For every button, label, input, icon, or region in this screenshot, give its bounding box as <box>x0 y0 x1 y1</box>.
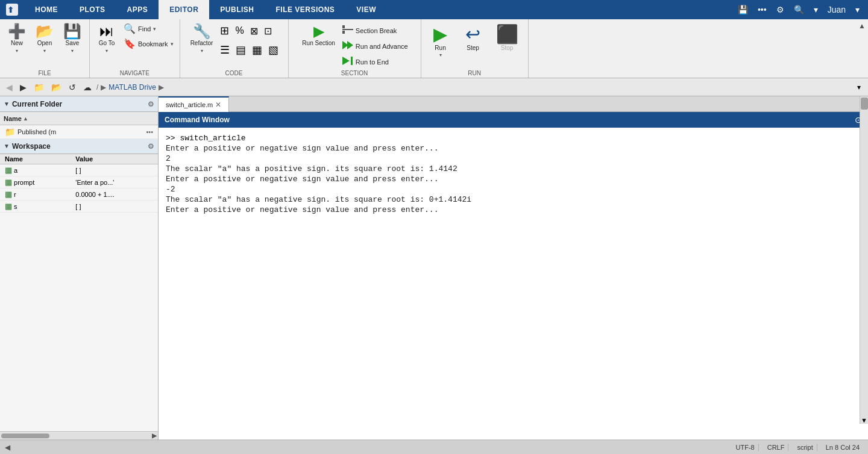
address-dropdown[interactable]: ▾ <box>854 82 864 93</box>
matlab-drive-link[interactable]: MATLAB Drive <box>108 83 156 92</box>
navigate-col: 🔍 Find ▾ 🔖 Bookmark ▾ <box>121 22 176 51</box>
section-break-icon <box>342 25 353 36</box>
run-section-button[interactable]: ▶ Run Section <box>298 22 338 49</box>
folder-col-name-label[interactable]: Name ▲ <box>4 115 28 122</box>
current-folder-header: ▼ Current Folder ⚙ <box>0 96 158 112</box>
code-icon3: ⊡ <box>264 25 272 37</box>
var-name-a: a <box>14 167 17 174</box>
svg-text:⬆: ⬆ <box>7 5 14 14</box>
navigate-group-label: NAVIGATE <box>120 69 149 76</box>
file-group-label: FILE <box>38 69 51 76</box>
table-row[interactable]: ▦ s [ ] <box>0 201 158 213</box>
current-folder-collapse[interactable]: ▼ <box>4 101 10 107</box>
tab-editor[interactable]: EDITOR <box>159 0 209 19</box>
run-arrow[interactable]: ▾ <box>439 52 442 58</box>
var-name-s: s <box>14 203 17 210</box>
search-icon[interactable]: 🔍 <box>790 4 808 16</box>
stop-button[interactable]: ⬛ Stop <box>490 22 524 55</box>
step-button[interactable]: ↩ Step <box>458 22 489 55</box>
percent-button[interactable]: % <box>233 23 246 39</box>
ribbon-expand-icon[interactable]: ▲ <box>858 22 866 30</box>
run-icon: ▶ <box>433 25 447 43</box>
code-btn2[interactable]: ⊠ <box>248 23 260 39</box>
ribbon-run-group: ▶ Run ▾ ↩ Step ⬛ Stop RUN <box>421 19 529 78</box>
table-row[interactable]: ▦ a [ ] <box>0 164 158 176</box>
forward-button[interactable]: ▶ <box>17 81 29 93</box>
more-icon[interactable]: ••• <box>754 4 770 16</box>
workspace-collapse[interactable]: ▼ <box>4 143 10 149</box>
back-button[interactable]: ◀ <box>4 81 15 93</box>
right-area: switch_article.m ✕ ≡ Command Window ⊙ >>… <box>159 96 868 440</box>
table-row[interactable]: ▦ prompt 'Enter a po...' <box>0 176 158 188</box>
run-button[interactable]: ▶ Run ▾ <box>425 22 456 61</box>
addr-sep1: / <box>96 83 98 92</box>
var-name-r: r <box>14 191 16 198</box>
refresh-button[interactable]: ↺ <box>66 81 78 93</box>
workspace-config-icon[interactable]: ⚙ <box>148 142 154 151</box>
dropdown-icon[interactable]: ▾ <box>810 4 822 16</box>
save-button[interactable]: 💾 Save ▾ <box>59 22 86 56</box>
current-folder-config-icon[interactable]: ⚙ <box>148 100 154 108</box>
vscroll-thumb[interactable] <box>861 98 868 110</box>
cmd-content[interactable]: >> switch_article Enter a positive or ne… <box>159 128 868 440</box>
open-arrow[interactable]: ▾ <box>43 48 46 54</box>
goto-button[interactable]: ⏭ Go To ▾ <box>93 22 120 56</box>
cmd-title: Command Window <box>165 116 855 124</box>
code-btn6[interactable]: ▧ <box>266 42 281 58</box>
up-button[interactable]: 📁 <box>31 81 46 93</box>
open-button[interactable]: 📂 Open ▾ <box>31 22 58 56</box>
goto-arrow[interactable]: ▾ <box>105 48 108 54</box>
status-scroll-left[interactable]: ◀ <box>5 443 10 452</box>
run-and-advance-button[interactable]: Run and Advance <box>340 40 410 53</box>
command-window: Command Window ⊙ >> switch_article Enter… <box>159 112 868 440</box>
ribbon-run-items: ▶ Run ▾ ↩ Step ⬛ Stop <box>425 22 524 69</box>
run-to-end-icon <box>342 57 353 67</box>
refactor-button[interactable]: 🔧 Refactor ▾ <box>187 22 217 56</box>
tab-publish[interactable]: PUBLISH <box>209 0 265 19</box>
tab-home[interactable]: HOME <box>24 0 69 19</box>
browse-button[interactable]: 📂 <box>49 81 64 93</box>
run-group-label: RUN <box>468 69 481 76</box>
folder-menu-icon[interactable]: ••• <box>146 128 153 135</box>
smartindent-button[interactable]: ☰ <box>218 42 232 58</box>
settings-icon[interactable]: ⚙ <box>773 4 788 16</box>
new-arrow[interactable]: ▾ <box>16 48 18 54</box>
step-icon: ↩ <box>465 25 480 43</box>
vertical-scrollbar[interactable]: ▼ <box>860 96 868 424</box>
menu-bar: ⬆ HOME PLOTS APPS EDITOR PUBLISH FILE VE… <box>0 0 868 19</box>
tab-file-versions[interactable]: FILE VERSIONS <box>265 0 346 19</box>
section-break-button[interactable]: Section Break <box>340 24 410 37</box>
code-btn3[interactable]: ⊡ <box>262 23 274 39</box>
ribbon-section-items: ▶ Run Section Section Break <box>298 22 410 69</box>
refactor-arrow[interactable]: ▾ <box>201 48 203 54</box>
editor-tab-switch-article[interactable]: switch_article.m ✕ <box>159 96 229 112</box>
ribbon-code-items: 🔧 Refactor ▾ ⊞ % ⊠ ⊡ <box>187 22 281 69</box>
save-arrow[interactable]: ▾ <box>71 48 74 54</box>
var-value-r: 0.0000 + 1.... <box>71 188 158 201</box>
ribbon-expand[interactable]: ▲ <box>856 19 868 78</box>
tab-close-icon[interactable]: ✕ <box>215 101 221 109</box>
scrollbar-thumb[interactable] <box>1 434 49 438</box>
tab-view[interactable]: VIEW <box>345 0 387 19</box>
save-quick-icon[interactable]: 💾 <box>734 4 752 16</box>
table-row[interactable]: ▦ r 0.0000 + 1.... <box>0 188 158 201</box>
left-scrollbar[interactable]: ▶ <box>0 431 158 440</box>
tab-plots[interactable]: PLOTS <box>69 0 116 19</box>
user-name[interactable]: Juan <box>824 4 849 16</box>
cmd-line-6: The scalar "a" has a negative sign. its … <box>166 195 861 204</box>
code-btn5[interactable]: ▦ <box>250 42 265 58</box>
bookmark-arrow[interactable]: ▾ <box>171 41 174 47</box>
run-to-end-button[interactable]: Run to End <box>340 55 410 69</box>
find-button[interactable]: 🔍 Find ▾ <box>121 22 176 36</box>
bookmark-button[interactable]: 🔖 Bookmark ▾ <box>121 37 176 51</box>
scroll-right-arrow[interactable]: ▶ <box>152 432 157 440</box>
code-btn4[interactable]: ▤ <box>233 42 248 58</box>
published-folder-item[interactable]: 📁 Published (m ••• <box>0 125 158 138</box>
find-arrow[interactable]: ▾ <box>153 26 156 32</box>
tab-apps[interactable]: APPS <box>116 0 159 19</box>
vscroll-down[interactable]: ▼ <box>860 417 868 424</box>
new-button[interactable]: ➕ New ▾ <box>4 22 30 56</box>
indent-increase-button[interactable]: ⊞ <box>218 23 231 39</box>
save-icon: 💾 <box>63 24 81 39</box>
user-arrow[interactable]: ▾ <box>852 4 863 16</box>
